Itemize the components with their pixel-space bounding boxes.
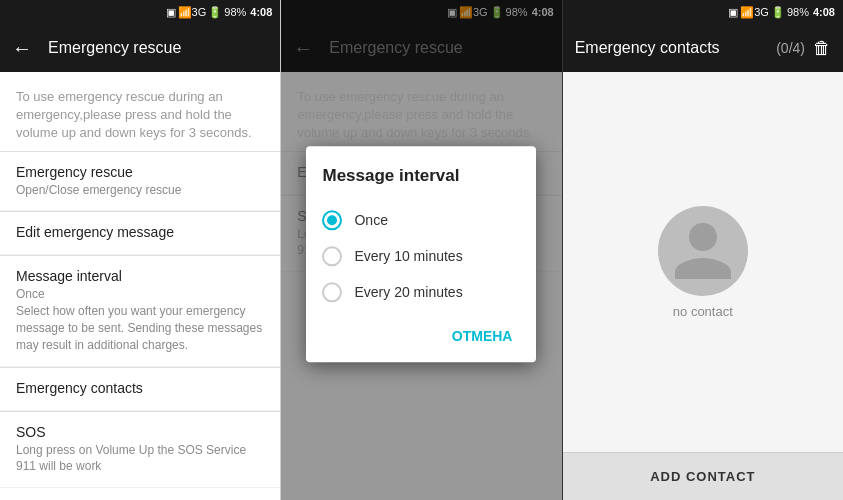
option-every10-label: Every 10 minutes (354, 248, 462, 264)
left-panel-title: Emergency rescue (48, 39, 181, 57)
left-back-button[interactable]: ← (12, 37, 32, 60)
left-item-interval-sub2: Select how often you want your emergency… (16, 303, 264, 353)
left-item-rescue-title: Emergency rescue (16, 164, 264, 180)
left-item-emergency-rescue[interactable]: Emergency rescue Open/Close emergency re… (0, 152, 280, 212)
left-item-contacts[interactable]: Emergency contacts (0, 368, 280, 411)
sim-icon: ▣ (166, 6, 176, 19)
right-signal: 📶3G (740, 6, 769, 19)
right-battery-icon: 🔋 (771, 6, 785, 19)
radio-once[interactable] (322, 210, 342, 230)
left-item-interval-sub1: Once (16, 286, 264, 303)
add-contact-label: ADD CONTACT (650, 469, 755, 484)
right-battery-pct: 98% (787, 6, 809, 18)
dialog-actions: OTMEHA (322, 310, 520, 354)
left-item-sos-title: SOS (16, 424, 264, 440)
middle-panel: ▣ 📶3G 🔋 98% 4:08 ← Emergency rescue To u… (280, 0, 561, 500)
right-panel: ▣ 📶3G 🔋 98% 4:08 Emergency contacts (0/4… (562, 0, 843, 500)
option-every10[interactable]: Every 10 minutes (322, 238, 520, 274)
right-header-actions: (0/4) 🗑 (776, 38, 831, 59)
add-contact-button[interactable]: ADD CONTACT (563, 452, 843, 500)
left-item-edit-title: Edit emergency message (16, 224, 264, 240)
left-item-interval-title: Message interval (16, 268, 264, 284)
right-status-icons: ▣ 📶3G 🔋 98% (728, 6, 809, 19)
left-item-rescue-subtitle: Open/Close emergency rescue (16, 182, 264, 199)
option-once[interactable]: Once (322, 202, 520, 238)
message-interval-dialog: Message interval Once Every 10 minutes E… (306, 146, 536, 362)
contacts-count: (0/4) (776, 40, 805, 56)
right-time: 4:08 (813, 6, 835, 18)
left-item-message-interval[interactable]: Message interval Once Select how often y… (0, 256, 280, 366)
delete-contacts-button[interactable]: 🗑 (813, 38, 831, 59)
dialog-title: Message interval (322, 166, 520, 186)
left-status-icons: ▣ 📶3G 🔋 98% (166, 6, 247, 19)
option-every20-label: Every 20 minutes (354, 284, 462, 300)
left-status-bar: ▣ 📶3G 🔋 98% 4:08 (0, 0, 280, 24)
battery-icon: 🔋 (208, 6, 222, 19)
person-icon (668, 216, 738, 286)
left-time: 4:08 (250, 6, 272, 18)
radio-every20[interactable] (322, 282, 342, 302)
right-panel-title: Emergency contacts (575, 39, 720, 57)
option-every20[interactable]: Every 20 minutes (322, 274, 520, 310)
right-status-bar: ▣ 📶3G 🔋 98% 4:08 (563, 0, 843, 24)
radio-every10[interactable] (322, 246, 342, 266)
left-header: ← Emergency rescue (0, 24, 280, 72)
left-item-contacts-title: Emergency contacts (16, 380, 264, 396)
avatar-placeholder (658, 206, 748, 296)
right-header: Emergency contacts (0/4) 🗑 (563, 24, 843, 72)
left-item-edit-message[interactable]: Edit emergency message (0, 212, 280, 255)
contacts-content: no contact (563, 72, 843, 452)
left-panel-content: To use emergency rescue during an emerge… (0, 72, 280, 500)
dialog-cancel-button[interactable]: OTMEHA (444, 322, 521, 350)
signal-3g: 📶3G (178, 6, 207, 19)
left-item-sos-subtitle: Long press on Volume Up the SOS Service … (16, 442, 264, 476)
no-contact-label: no contact (673, 304, 733, 319)
left-panel: ▣ 📶3G 🔋 98% 4:08 ← Emergency rescue To u… (0, 0, 280, 500)
left-item-sos[interactable]: SOS Long press on Volume Up the SOS Serv… (0, 412, 280, 489)
option-once-label: Once (354, 212, 387, 228)
left-description: To use emergency rescue during an emerge… (0, 72, 280, 151)
left-battery-pct: 98% (224, 6, 246, 18)
radio-once-inner (327, 215, 337, 225)
right-sim-icon: ▣ (728, 6, 738, 19)
